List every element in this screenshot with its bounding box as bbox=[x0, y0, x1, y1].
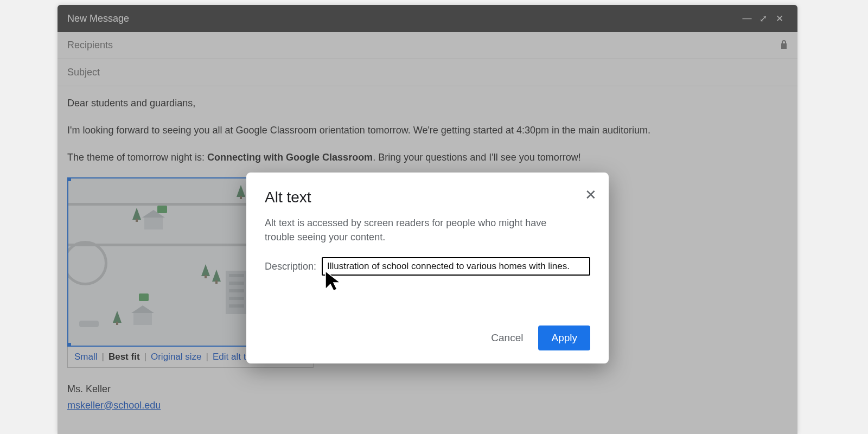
apply-button[interactable]: Apply bbox=[538, 326, 590, 350]
alt-text-dialog: Alt text ✕ Alt text is accessed by scree… bbox=[246, 173, 609, 363]
description-input[interactable] bbox=[322, 257, 590, 276]
cancel-button[interactable]: Cancel bbox=[491, 332, 523, 344]
dialog-close-icon[interactable]: ✕ bbox=[585, 187, 597, 203]
description-label: Description: bbox=[265, 261, 316, 272]
description-row: Description: bbox=[265, 257, 590, 276]
dialog-actions: Cancel Apply bbox=[265, 326, 590, 350]
dialog-help-text: Alt text is accessed by screen readers f… bbox=[265, 216, 569, 244]
dialog-title: Alt text bbox=[265, 189, 590, 206]
